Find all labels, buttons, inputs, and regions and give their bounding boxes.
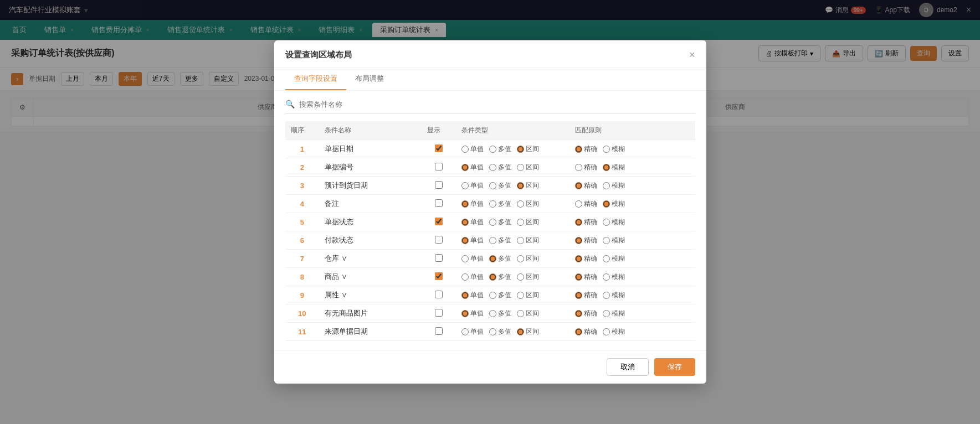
- dialog-title: 设置查询区域布局: [285, 50, 352, 60]
- dialog-body: 🔍 顺序 条件名称 显示 条件类型 匹配原则: [274, 91, 706, 132]
- col-header-name: 条件名称: [319, 121, 422, 132]
- modal-overlay: 设置查询区域布局 × 查询字段设置 布局调整 🔍: [0, 0, 980, 132]
- dialog-tabs: 查询字段设置 布局调整: [274, 68, 706, 91]
- col-header-type: 条件类型: [456, 121, 570, 132]
- search-icon: 🔍: [285, 100, 295, 108]
- dialog-close-button[interactable]: ×: [689, 49, 695, 61]
- tab-query-fields[interactable]: 查询字段设置: [285, 68, 346, 90]
- conditions-table: 顺序 条件名称 显示 条件类型 匹配原则 1单据日期单值多值区间精确模糊2单据编…: [285, 121, 695, 132]
- search-input[interactable]: [299, 100, 695, 108]
- dialog-header: 设置查询区域布局 ×: [274, 40, 706, 68]
- col-header-show: 显示: [422, 121, 456, 132]
- settings-dialog: 设置查询区域布局 × 查询字段设置 布局调整 🔍: [274, 40, 706, 132]
- tab-layout-adjust[interactable]: 布局调整: [346, 68, 393, 90]
- condition-search-bar: 🔍: [285, 100, 695, 113]
- col-header-order: 顺序: [285, 121, 320, 132]
- col-header-match: 匹配原则: [569, 121, 695, 132]
